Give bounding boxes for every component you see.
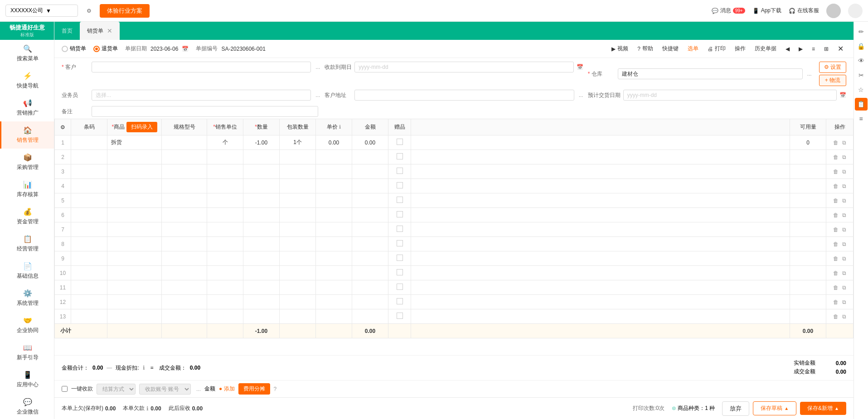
delete-icon[interactable]: 🗑 [833,313,839,320]
copy-icon[interactable]: ⧉ [842,241,846,247]
row-spec[interactable] [162,309,207,324]
row-spec[interactable] [162,237,207,251]
row-amount[interactable] [352,237,388,251]
sidebar-item-collab[interactable]: 🤝 企业协同 [0,312,54,339]
account-select[interactable]: 收款账号 账号 [139,384,191,395]
row-price[interactable] [316,193,352,208]
customer-addr-input[interactable] [354,90,574,101]
row-pkg-qty[interactable] [280,295,316,309]
row-gift[interactable] [388,150,411,164]
company-selector[interactable]: XXXXXX公司 ▼ [5,5,78,17]
row-gift[interactable] [388,208,411,222]
row-product[interactable] [107,280,162,295]
row-amount[interactable] [352,309,388,324]
row-barcode[interactable] [71,208,107,222]
salesperson-dots[interactable]: ... [315,92,320,98]
row-unit[interactable] [207,208,243,222]
trial-button[interactable]: 体验行业方案 [100,4,150,18]
row-qty[interactable] [243,164,280,179]
row-unit[interactable] [207,295,243,309]
row-pkg-qty[interactable] [280,164,316,179]
row-unit[interactable]: 个 [207,135,243,150]
row-pkg-qty[interactable] [280,266,316,280]
copy-icon[interactable]: ⧉ [842,183,846,189]
copy-icon[interactable]: ⧉ [842,140,846,146]
row-ops[interactable]: 🗑 ⧉ [826,135,853,150]
row-amount[interactable] [352,222,388,237]
row-gift[interactable] [388,266,411,280]
scan-barcode-btn[interactable]: 扫码录入 [126,122,157,132]
right-panel-btn-4[interactable]: ✂ [855,69,868,82]
delete-icon[interactable]: 🗑 [833,154,839,160]
row-barcode[interactable] [71,251,107,266]
action-next[interactable]: ▶ [796,45,805,53]
row-barcode[interactable] [71,135,107,150]
row-pkg-qty[interactable] [280,179,316,193]
row-spec[interactable] [162,164,207,179]
row-price[interactable] [316,295,352,309]
row-qty[interactable] [243,280,280,295]
row-qty[interactable]: -1.00 [243,135,280,150]
row-barcode[interactable] [71,295,107,309]
sidebar-item-marketing[interactable]: 📢 营销推广 [0,94,54,121]
row-unit[interactable] [207,266,243,280]
row-pkg-qty[interactable] [280,193,316,208]
delete-icon[interactable]: 🗑 [833,197,839,204]
delete-icon[interactable]: 🗑 [833,226,839,233]
warehouse-input[interactable] [618,68,803,79]
copy-icon[interactable]: ⧉ [842,299,846,305]
radio-sales-order[interactable]: 销货单 [62,45,86,53]
copy-icon[interactable]: ⧉ [842,270,846,276]
expense-help-icon[interactable]: ? [274,386,277,392]
row-amount[interactable] [352,295,388,309]
action-prev[interactable]: ◀ [783,45,792,53]
copy-icon[interactable]: ⧉ [842,313,846,320]
right-panel-btn-5[interactable]: ☆ [855,83,868,96]
delete-icon[interactable]: 🗑 [833,183,839,189]
radio-return-order[interactable]: 退货单 [93,45,118,53]
row-price[interactable] [316,280,352,295]
row-amount[interactable] [352,193,388,208]
sidebar-item-wechat[interactable]: 💬 企业微信 [0,393,54,419]
row-gift[interactable] [388,222,411,237]
row-price[interactable] [316,266,352,280]
row-ops[interactable]: 🗑 ⧉ [826,150,853,164]
row-ops[interactable]: 🗑 ⧉ [826,237,853,251]
row-spec[interactable] [162,150,207,164]
row-barcode[interactable] [71,222,107,237]
row-gift[interactable] [388,193,411,208]
row-product[interactable] [107,193,162,208]
action-history[interactable]: 历史单据 [752,44,779,53]
row-ops[interactable]: 🗑 ⧉ [826,193,853,208]
row-pkg-qty[interactable] [280,280,316,295]
row-pkg-qty[interactable] [280,208,316,222]
row-pkg-qty[interactable] [280,251,316,266]
customer-input[interactable] [92,62,311,72]
due-date-input[interactable] [354,62,573,72]
row-qty[interactable] [243,251,280,266]
right-panel-btn-3[interactable]: 👁 [855,54,868,67]
delete-icon[interactable]: 🗑 [833,299,839,305]
row-unit[interactable] [207,222,243,237]
row-price[interactable] [316,251,352,266]
row-amount[interactable]: 0.00 [352,135,388,150]
row-spec[interactable] [162,280,207,295]
action-video[interactable]: ▶ 视频 [609,44,631,53]
row-spec[interactable] [162,266,207,280]
row-spec[interactable] [162,222,207,237]
row-amount[interactable] [352,266,388,280]
copy-icon[interactable]: ⧉ [842,212,846,218]
sidebar-item-operations[interactable]: 📋 经营管理 [0,230,54,257]
row-qty[interactable] [243,150,280,164]
row-amount[interactable] [352,280,388,295]
row-barcode[interactable] [71,280,107,295]
tab-home[interactable]: 首页 [54,22,80,40]
delete-icon[interactable]: 🗑 [833,284,839,291]
action-shortcut[interactable]: 快捷键 [659,44,681,53]
row-ops[interactable]: 🗑 ⧉ [826,266,853,280]
one-click-checkbox[interactable] [62,386,68,392]
row-product[interactable] [107,164,162,179]
action-select[interactable]: 选单 [685,44,701,53]
sidebar-item-search[interactable]: 🔍 搜索菜单 [0,40,54,67]
row-qty[interactable] [243,266,280,280]
